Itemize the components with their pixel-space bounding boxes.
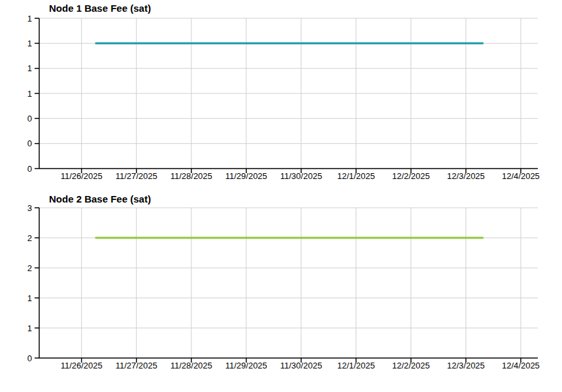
fee-charts-dashboard: Node 1 Base Fee (sat) 111100011/26/20251… (0, 0, 562, 392)
x-tick-label: 12/2/2025 (392, 361, 430, 370)
y-tick-label: 1 (27, 323, 32, 333)
y-tick-label: 1 (27, 63, 32, 73)
x-tick-label: 11/29/2025 (225, 171, 267, 181)
x-tick-label: 11/27/2025 (116, 171, 157, 181)
y-tick-label: 2 (27, 233, 32, 243)
y-tick-label: 0 (27, 353, 32, 363)
y-tick-label: 1 (27, 89, 32, 99)
x-tick-label: 11/30/2025 (280, 361, 322, 370)
x-tick-label: 12/1/2025 (337, 171, 375, 181)
x-tick-label: 11/28/2025 (171, 171, 212, 181)
x-tick-label: 12/3/2025 (447, 171, 485, 181)
x-tick-label: 11/27/2025 (116, 361, 157, 370)
x-tick-label: 12/4/2025 (502, 361, 540, 370)
y-tick-label: 0 (27, 164, 32, 174)
y-tick-label: 0 (27, 139, 32, 148)
y-tick-label: 2 (27, 263, 32, 273)
x-tick-label: 12/3/2025 (447, 361, 485, 370)
x-tick-label: 11/28/2025 (171, 361, 212, 370)
x-tick-label: 12/4/2025 (502, 171, 540, 181)
y-tick-label: 3 (27, 203, 32, 213)
y-tick-label: 1 (27, 293, 32, 303)
x-tick-label: 11/29/2025 (225, 361, 267, 370)
y-tick-label: 0 (27, 114, 32, 123)
chart-plot-node-2: 32211011/26/202511/27/202511/28/202511/2… (0, 191, 562, 392)
y-tick-label: 1 (27, 14, 32, 24)
y-tick-label: 1 (27, 39, 32, 48)
x-tick-label: 11/26/2025 (61, 171, 103, 181)
x-tick-label: 12/1/2025 (337, 361, 375, 370)
x-tick-label: 11/30/2025 (280, 171, 322, 181)
chart-plot-node-1: 111100011/26/202511/27/202511/28/202511/… (0, 0, 562, 189)
chart-node-2-base-fee: Node 2 Base Fee (sat) 32211011/26/202511… (0, 191, 562, 392)
x-tick-label: 11/26/2025 (61, 361, 103, 370)
chart-node-1-base-fee: Node 1 Base Fee (sat) 111100011/26/20251… (0, 0, 562, 189)
x-tick-label: 12/2/2025 (392, 171, 430, 181)
